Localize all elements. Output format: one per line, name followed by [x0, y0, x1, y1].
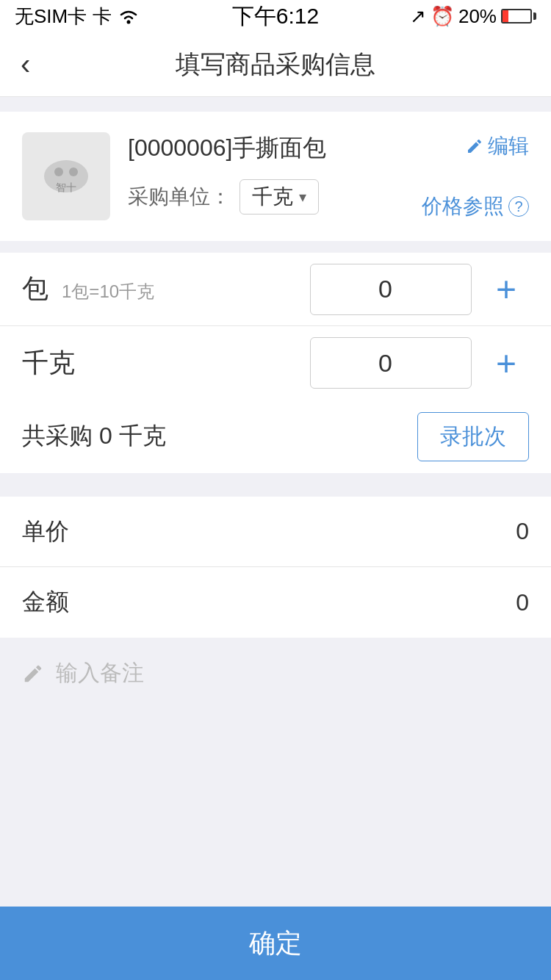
sim-card-label: 卡 — [93, 4, 112, 29]
alarm-icon: ⏰ — [431, 5, 454, 28]
unit-price-row: 单价 0 — [0, 497, 551, 567]
edit-button[interactable]: 编辑 — [466, 132, 529, 160]
svg-point-0 — [127, 21, 131, 24]
bao-field-wrap: + — [169, 264, 529, 315]
amount-label: 金额 — [22, 586, 69, 619]
unit-price-value: 0 — [516, 518, 529, 545]
nav-bar: ‹ 填写商品采购信息 — [0, 32, 551, 97]
divider-2 — [0, 473, 551, 485]
amount-row: 金额 0 — [0, 567, 551, 638]
product-section: 智十 [0000006]手撕面包 采购单位： 千克 ▾ 编辑 价格参照 ? — [0, 112, 551, 241]
status-time: 下午6:12 — [232, 1, 319, 32]
wifi-icon — [118, 8, 140, 24]
kg-input-row: 千克 + — [0, 326, 551, 400]
kg-field-wrap: + — [169, 337, 529, 389]
note-placeholder: 输入备注 — [56, 658, 144, 688]
bao-plus-button[interactable]: + — [483, 267, 529, 312]
input-section: 包 1包=10千克 + 千克 + — [0, 253, 551, 400]
bao-unit-label: 包 1包=10千克 — [22, 271, 169, 307]
status-bar: 无SIM卡 卡 下午6:12 ↗ ⏰ 20% — [0, 0, 551, 32]
bao-quantity-input[interactable] — [310, 264, 472, 315]
product-logo-icon: 智十 — [37, 154, 96, 198]
unit-value: 千克 — [252, 183, 293, 211]
back-button[interactable]: ‹ — [21, 48, 30, 81]
svg-point-3 — [69, 167, 78, 176]
battery-pct: 20% — [458, 5, 497, 28]
svg-text:智十: 智十 — [56, 181, 76, 193]
price-ref-button[interactable]: 价格参照 ? — [422, 192, 529, 220]
page-title: 填写商品采购信息 — [176, 48, 375, 82]
price-section: 单价 0 金额 0 — [0, 497, 551, 638]
edit-icon — [466, 137, 483, 155]
total-text: 共采购 0 千克 — [22, 420, 166, 453]
amount-value: 0 — [516, 589, 529, 616]
kg-unit-label: 千克 — [22, 345, 169, 381]
bottom-area — [0, 709, 551, 856]
edit-label: 编辑 — [488, 132, 529, 160]
purchase-unit-label: 采购单位： — [128, 183, 231, 211]
kg-quantity-input[interactable] — [310, 337, 472, 389]
note-section[interactable]: 输入备注 — [0, 638, 551, 709]
carrier-label: 无SIM卡 — [15, 4, 87, 29]
help-icon: ? — [508, 196, 529, 217]
chevron-down-icon: ▾ — [299, 188, 306, 206]
bao-sub-label: 1包=10千克 — [62, 281, 154, 301]
svg-point-2 — [54, 167, 63, 176]
confirm-button[interactable]: 确定 — [0, 907, 551, 980]
status-left: 无SIM卡 卡 — [15, 4, 140, 29]
product-image: 智十 — [22, 132, 110, 220]
total-row: 共采购 0 千克 录批次 — [0, 400, 551, 473]
location-icon: ↗ — [410, 5, 426, 28]
bao-input-row: 包 1包=10千克 + — [0, 253, 551, 326]
record-batch-button[interactable]: 录批次 — [417, 412, 529, 461]
pencil-icon — [22, 663, 44, 685]
unit-price-label: 单价 — [22, 516, 69, 548]
kg-plus-button[interactable]: + — [483, 340, 529, 386]
divider-1 — [0, 241, 551, 253]
battery-indicator — [501, 9, 536, 24]
price-ref-label: 价格参照 — [422, 192, 504, 220]
status-right: ↗ ⏰ 20% — [410, 5, 536, 28]
unit-selector[interactable]: 千克 ▾ — [240, 179, 319, 215]
